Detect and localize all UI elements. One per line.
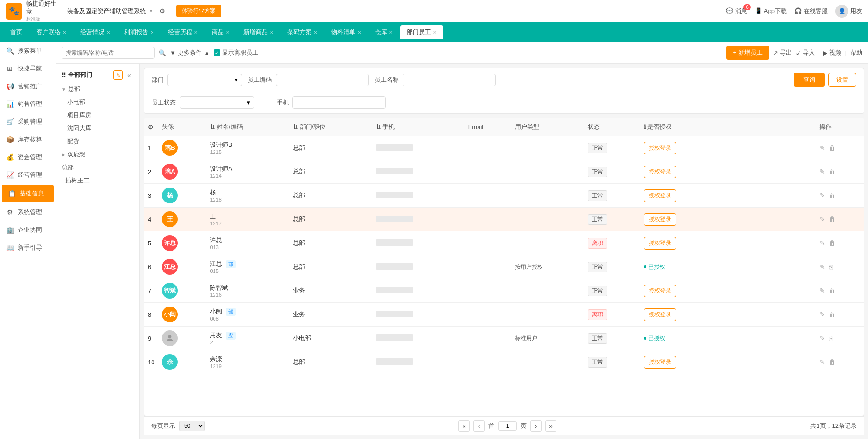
- first-page-btn[interactable]: «: [458, 420, 470, 432]
- dept-node-shenyang[interactable]: 沈阳大库: [56, 122, 139, 135]
- copy-icon[interactable]: ⎘: [829, 263, 833, 271]
- tab-profit[interactable]: 利润报告 ✕: [118, 25, 160, 39]
- delete-icon[interactable]: 🗑: [829, 358, 835, 366]
- dept-node-general[interactable]: ▼ 总部: [56, 83, 139, 96]
- app-download-btn[interactable]: 📱 App下载: [755, 7, 787, 15]
- auth-login-btn[interactable]: 授权登录: [644, 237, 676, 250]
- sidebar-item-search[interactable]: 🔍 搜索菜单: [0, 42, 56, 60]
- delete-icon[interactable]: 🗑: [829, 168, 835, 175]
- next-page-btn[interactable]: ›: [530, 420, 542, 432]
- dept-node-project-warehouse[interactable]: 项目库房: [56, 109, 139, 122]
- edit-icon[interactable]: ✎: [819, 334, 825, 342]
- filter-status-select[interactable]: ▾: [180, 96, 254, 109]
- tab-profit-close[interactable]: ✕: [150, 30, 154, 35]
- sidebar-item-finance[interactable]: 💰 资金管理: [0, 148, 56, 166]
- edit-icon[interactable]: ✎: [819, 216, 825, 223]
- last-page-btn[interactable]: »: [545, 420, 556, 432]
- edit-icon[interactable]: ✎: [819, 263, 825, 271]
- edit-icon[interactable]: ✎: [819, 311, 825, 318]
- help-btn[interactable]: 帮助: [850, 49, 862, 57]
- col-settings[interactable]: ⚙: [144, 118, 158, 136]
- show-resigned-toggle[interactable]: ✓ 显示离职员工: [214, 49, 258, 57]
- tab-add-goods[interactable]: 新增商品 ✕: [237, 25, 280, 39]
- sidebar-item-sales[interactable]: 📊 销售管理: [0, 95, 56, 113]
- delete-icon[interactable]: 🗑: [829, 287, 835, 294]
- tab-employees[interactable]: 部门员工 ✕: [400, 25, 443, 39]
- page-number-input[interactable]: [498, 421, 517, 431]
- copy-icon[interactable]: ⎘: [829, 334, 833, 342]
- tab-bom[interactable]: 物料清单 ✕: [325, 25, 368, 39]
- auth-login-btn[interactable]: 授权登录: [644, 356, 676, 369]
- tab-ops-close[interactable]: ✕: [106, 30, 110, 35]
- delete-icon[interactable]: 🗑: [829, 239, 835, 247]
- sidebar-item-quicknav[interactable]: ⊞ 快捷导航: [0, 60, 56, 77]
- dept-add-icon[interactable]: ✎: [113, 70, 123, 80]
- filter-dept-select[interactable]: ▾: [167, 74, 242, 86]
- auth-login-btn[interactable]: 授权登录: [644, 285, 676, 297]
- sidebar-item-inventory[interactable]: 📦 库存核算: [0, 131, 56, 148]
- filter-empname-input[interactable]: [403, 74, 496, 86]
- tab-operations[interactable]: 经营情况 ✕: [74, 25, 117, 39]
- tab-warehouse[interactable]: 仓库 ✕: [368, 25, 399, 39]
- user-area[interactable]: 👤 用友: [835, 5, 862, 18]
- dept-node-hq2[interactable]: 总部: [56, 161, 139, 174]
- filter-empcode-input[interactable]: [276, 74, 369, 86]
- tab-customer-close[interactable]: ✕: [62, 30, 66, 35]
- tab-bom-close[interactable]: ✕: [357, 30, 361, 35]
- experience-btn[interactable]: 体验行业方案: [176, 5, 221, 17]
- online-service-btn[interactable]: 🎧 在线客服: [794, 7, 828, 15]
- auth-login-btn[interactable]: 授权登录: [644, 189, 676, 202]
- dept-node-planting[interactable]: 插树王二: [56, 174, 139, 187]
- edit-icon[interactable]: ✎: [819, 144, 825, 152]
- tab-history[interactable]: 经营历程 ✕: [161, 25, 204, 39]
- prev-page-btn[interactable]: ‹: [473, 420, 485, 432]
- search-input[interactable]: [62, 47, 155, 59]
- add-employee-btn[interactable]: + 新增员工: [726, 46, 769, 60]
- edit-icon[interactable]: ✎: [819, 239, 825, 247]
- import-btn[interactable]: ↙ 导入: [796, 49, 815, 57]
- more-conditions-btn[interactable]: ▼ 更多条件 ▲: [170, 49, 210, 57]
- tab-add-goods-close[interactable]: ✕: [270, 30, 273, 35]
- auth-login-btn[interactable]: 授权登录: [644, 213, 676, 226]
- export-btn[interactable]: ↗ 导出: [773, 49, 792, 57]
- dept-node-distribution[interactable]: 配货: [56, 135, 139, 148]
- settings-icon-btn[interactable]: ⚙: [156, 5, 169, 18]
- edit-icon[interactable]: ✎: [819, 358, 825, 366]
- tab-warehouse-close[interactable]: ✕: [389, 30, 393, 35]
- set-btn[interactable]: 设置: [828, 73, 856, 87]
- view-btn[interactable]: ▶ 视频: [823, 49, 841, 57]
- delete-icon[interactable]: 🗑: [829, 311, 835, 318]
- col-name-code[interactable]: ⇅ 姓名/编码: [206, 118, 289, 136]
- edit-icon[interactable]: ✎: [819, 168, 825, 175]
- search-btn[interactable]: 🔍: [159, 49, 166, 56]
- sidebar-item-corp[interactable]: 🏢 企业协同: [0, 221, 56, 239]
- tab-history-close[interactable]: ✕: [194, 30, 198, 35]
- edit-icon[interactable]: ✎: [819, 192, 825, 199]
- edit-icon[interactable]: ✎: [819, 287, 825, 294]
- sidebar-item-marketing[interactable]: 📢 营销推广: [0, 77, 56, 95]
- query-btn[interactable]: 查询: [794, 73, 825, 87]
- delete-icon[interactable]: 🗑: [829, 216, 835, 223]
- delete-icon[interactable]: 🗑: [829, 144, 835, 152]
- page-size-select[interactable]: 50 100: [179, 421, 205, 431]
- col-phone[interactable]: ⇅ 手机: [372, 118, 465, 136]
- tab-goods[interactable]: 商品 ✕: [205, 25, 236, 39]
- dept-node-small-electronics[interactable]: 小电部: [56, 96, 139, 109]
- auth-login-btn[interactable]: 授权登录: [644, 142, 676, 154]
- sidebar-item-operations[interactable]: 📈 经营管理: [0, 166, 56, 184]
- col-dept-position[interactable]: ⇅ 部门/职位: [289, 118, 372, 136]
- messages-btn[interactable]: 💬 消息 6: [726, 7, 747, 15]
- sidebar-item-purchase[interactable]: 🛒 采购管理: [0, 113, 56, 131]
- tab-barcode[interactable]: 条码方案 ✕: [281, 25, 324, 39]
- tab-employees-close[interactable]: ✕: [433, 30, 437, 35]
- dept-collapse-icon[interactable]: «: [125, 70, 134, 80]
- tab-home[interactable]: 首页: [4, 25, 29, 39]
- auth-login-btn[interactable]: 授权登录: [644, 166, 676, 178]
- delete-icon[interactable]: 🗑: [829, 192, 835, 199]
- dept-node-shuangliu[interactable]: ▶ 双鹿想: [56, 148, 139, 161]
- filter-phone-input[interactable]: [292, 96, 386, 109]
- sidebar-item-system[interactable]: ⚙ 系统管理: [0, 203, 56, 221]
- tab-customer[interactable]: 客户联络 ✕: [30, 25, 73, 39]
- sidebar-item-guide[interactable]: 📖 新手引导: [0, 239, 56, 257]
- tab-barcode-close[interactable]: ✕: [313, 30, 317, 35]
